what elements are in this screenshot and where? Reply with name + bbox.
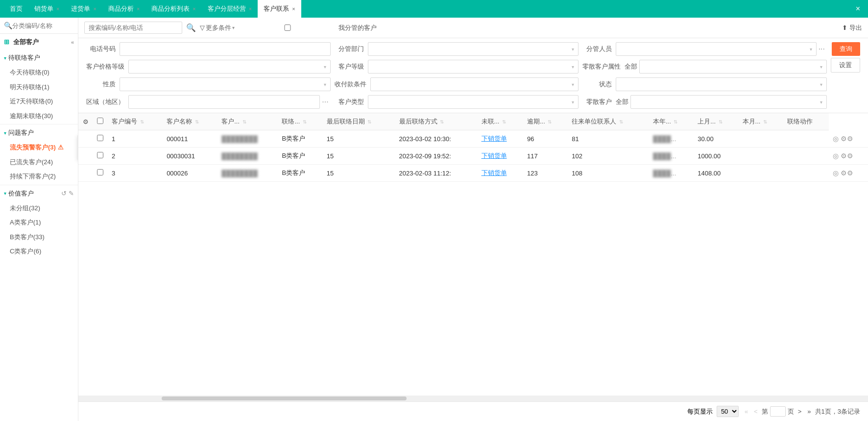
cell-this-year-2: 1408.00 xyxy=(694,165,738,182)
page-input[interactable]: 1 xyxy=(770,406,786,417)
action-more-0[interactable]: ⚙⚙ xyxy=(841,135,853,143)
action-link-0[interactable]: ◎ xyxy=(833,135,839,143)
refresh-value-icon[interactable]: ↺ xyxy=(61,190,67,197)
row-checkbox-0[interactable] xyxy=(97,135,103,141)
cell-last-date-1: 2023-02-09 19:52: xyxy=(395,148,478,165)
col-overdue[interactable]: 逾期... ⇅ xyxy=(523,113,568,130)
sidebar-group-value-header[interactable]: ▾ 价值客户 ↺ ✎ xyxy=(0,186,78,201)
sidebar-item-c-class[interactable]: C类客户(6) xyxy=(0,244,78,259)
tab-home[interactable]: 首页 xyxy=(4,4,28,13)
sidebar-search-input[interactable] xyxy=(12,22,78,29)
horizontal-scrollbar[interactable] xyxy=(78,396,868,401)
close-tab-analysis-list[interactable]: × xyxy=(193,6,195,12)
payment-select[interactable]: ▾ xyxy=(370,77,579,91)
close-tab-customer-contact[interactable]: × xyxy=(292,6,295,12)
tab-purchaseorder[interactable]: 进货单 × xyxy=(65,0,102,18)
page-next-button[interactable]: > xyxy=(796,408,804,415)
action-link-1[interactable]: ◎ xyxy=(833,152,839,160)
sidebar-item-tomorrow[interactable]: 明天待联络(1) xyxy=(0,80,78,95)
close-tab-customer-tier[interactable]: × xyxy=(249,6,252,12)
col-settings[interactable]: ⚙ xyxy=(78,113,93,130)
sidebar-item-a-class[interactable]: A类客户(1) xyxy=(0,215,78,230)
per-page-select[interactable]: 50 xyxy=(717,406,739,417)
tab-salesorder[interactable]: 销货单 × xyxy=(28,0,65,18)
sidebar-group-pending-header[interactable]: ▾ 待联络客户 xyxy=(0,50,78,65)
cell-last-method-2[interactable]: 下销货单 xyxy=(478,165,523,182)
cell-type-2: B类客户 xyxy=(278,165,322,182)
sidebar-item-declining[interactable]: 持续下滑客户(2) xyxy=(0,169,78,184)
nature-select[interactable]: ▾ xyxy=(120,77,331,91)
manager-more-button[interactable]: ··· xyxy=(817,45,827,53)
tab-analysis[interactable]: 商品分析 × xyxy=(102,0,145,18)
close-tab-salesorder[interactable]: × xyxy=(56,6,59,12)
query-button[interactable]: 查询 xyxy=(832,42,860,56)
scatter-attr-select[interactable]: ▾ xyxy=(639,60,827,74)
collapse-sidebar-icon[interactable]: « xyxy=(71,39,74,45)
sidebar-item-churned[interactable]: 已流失客户(24) xyxy=(0,155,78,170)
action-link-2[interactable]: ◎ xyxy=(833,169,839,177)
settings-button[interactable]: 设置 xyxy=(831,58,860,73)
filter-row-2: 客户价格等级 ▾ 客户等级 ▾ xyxy=(86,60,827,74)
sort-name-icon: ⇅ xyxy=(195,119,199,124)
col-name[interactable]: 客户名称 ⇅ xyxy=(163,113,217,130)
close-window-button[interactable]: × xyxy=(852,4,864,13)
my-customers-checkbox-label[interactable]: 我分管的客户 xyxy=(239,24,377,32)
sidebar-item-overdue[interactable]: 逾期未联络(30) xyxy=(0,109,78,124)
col-last-month[interactable]: 上月... ⇅ xyxy=(694,113,738,130)
filter-more-button[interactable]: ▽ 更多条件 ▾ xyxy=(200,24,235,32)
sidebar-group-problem-header[interactable]: ▾ 问题客户 xyxy=(0,125,78,140)
sidebar-item-ungrouped[interactable]: 未分组(32) xyxy=(0,201,78,216)
scatter-customer-select[interactable]: ▾ xyxy=(630,95,827,109)
col-contact-person[interactable]: 往来单位联系人 ⇅ xyxy=(568,113,649,130)
page-first-button[interactable]: « xyxy=(743,408,750,415)
manager-select[interactable]: ▾ xyxy=(616,42,816,56)
search-button[interactable]: 🔍 xyxy=(186,23,196,32)
col-type[interactable]: 客户... ⇅ xyxy=(217,113,278,130)
tab-customer-tier[interactable]: 客户分层经营 × xyxy=(202,0,258,18)
page-prev-button[interactable]: < xyxy=(752,408,760,415)
col-code[interactable]: 客户编号 ⇅ xyxy=(108,113,163,130)
row-checkbox-1[interactable] xyxy=(97,152,103,158)
export-button[interactable]: ⬆ 导出 xyxy=(842,24,862,32)
col-not-contact[interactable]: 未联... ⇅ xyxy=(478,113,523,130)
search-input[interactable] xyxy=(84,22,182,34)
sidebar-item-today[interactable]: 今天待联络(0) xyxy=(0,65,78,80)
close-tab-analysis[interactable]: × xyxy=(137,6,140,12)
page-last-button[interactable]: » xyxy=(805,408,813,415)
action-more-1[interactable]: ⚙⚙ xyxy=(841,152,853,160)
customer-type-select[interactable]: ▾ xyxy=(368,95,579,109)
close-tab-purchaseorder[interactable]: × xyxy=(93,6,96,12)
row-checkbox-2[interactable] xyxy=(97,169,103,175)
edit-value-icon[interactable]: ✎ xyxy=(69,190,74,197)
filter-icon: ▽ xyxy=(200,24,205,31)
sidebar-item-b-class[interactable]: B类客户(33) xyxy=(0,230,78,245)
col-last-method[interactable]: 最后联络方式 ⇅ xyxy=(395,113,478,130)
region-more-button[interactable]: ··· xyxy=(320,98,330,106)
customer-level-select[interactable]: ▾ xyxy=(368,60,579,74)
status-select[interactable]: ▾ xyxy=(616,77,827,91)
cell-last-method-1[interactable]: 下销货单 xyxy=(478,148,523,165)
scroll-thumb[interactable] xyxy=(162,396,407,400)
sidebar-item-7days[interactable]: 近7天待联络(0) xyxy=(0,94,78,109)
col-last-date[interactable]: 最后联络日期 ⇅ xyxy=(323,113,395,130)
col-this-month[interactable]: 本月... ⇅ xyxy=(739,113,783,130)
tab-customer-contact[interactable]: 客户联系 × xyxy=(258,0,301,18)
cell-last-method-0[interactable]: 下销货单 xyxy=(478,130,523,148)
col-contact[interactable]: 联络... ⇅ xyxy=(278,113,322,130)
price-level-select[interactable]: ▾ xyxy=(128,60,331,74)
col-this-year[interactable]: 本年... ⇅ xyxy=(649,113,694,130)
sidebar-search-bar[interactable]: 🔍 xyxy=(0,18,78,34)
dept-select[interactable]: ▾ xyxy=(368,42,579,56)
my-customers-checkbox[interactable] xyxy=(239,25,337,31)
filter-price-level: 客户价格等级 ▾ xyxy=(86,60,331,74)
action-more-2[interactable]: ⚙⚙ xyxy=(841,169,853,177)
sidebar-all-customers[interactable]: ⊞ 全部客户 « xyxy=(0,34,78,50)
sidebar-item-churn-risk[interactable]: 流失预警客户(3) ⚠ xyxy=(0,140,78,155)
region-select[interactable] xyxy=(128,95,320,109)
select-all-checkbox[interactable] xyxy=(97,118,103,124)
tab-analysis-list[interactable]: 商品分析列表 × xyxy=(145,0,201,18)
phone-input[interactable] xyxy=(120,42,331,56)
col-select-all[interactable] xyxy=(93,113,108,130)
cell-contact-person-2: ████... xyxy=(649,165,694,182)
filter-customer-type: 客户类型 ▾ xyxy=(335,95,579,109)
